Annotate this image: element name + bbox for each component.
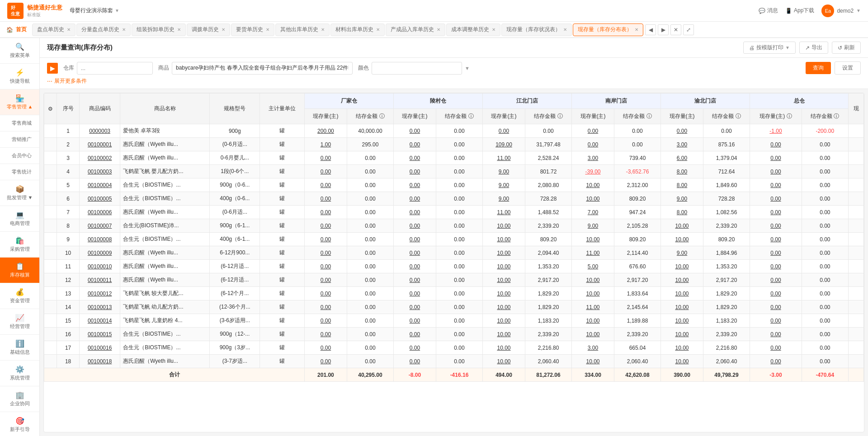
- col-factory-qty[interactable]: 0.00: [305, 246, 347, 260]
- col-yubeimen-qty[interactable]: 6.00: [661, 151, 703, 165]
- col-total-qty[interactable]: 0.00: [750, 355, 802, 368]
- col-nanbin-qty[interactable]: 9.00: [572, 219, 614, 233]
- col-yubeimen-qty[interactable]: 0.00: [661, 124, 703, 138]
- close-tab-other-out[interactable]: ✕: [321, 27, 325, 32]
- col-code[interactable]: 00100015: [80, 328, 120, 341]
- col-nanbin-qty[interactable]: 11.00: [572, 246, 614, 260]
- col-yubeimen-qty[interactable]: 10.00: [661, 233, 703, 246]
- col-factory-qty[interactable]: 0.00: [305, 165, 347, 178]
- tab-assemble-dismantle[interactable]: 组装拆卸单历史 ✕: [132, 23, 186, 36]
- col-code[interactable]: 00100013: [80, 300, 120, 314]
- col-total-qty[interactable]: 0.00: [750, 300, 802, 314]
- col-factory-qty[interactable]: 0.00: [305, 328, 347, 341]
- tab-stock-dist[interactable]: 现存量（库存分布表） ✕: [573, 23, 643, 36]
- tab-next-btn[interactable]: ▶: [658, 24, 669, 35]
- col-yubeimen-qty[interactable]: 10.00: [661, 219, 703, 233]
- col-total-qty[interactable]: -1.00: [750, 124, 802, 138]
- close-tab-split-inventory[interactable]: ✕: [122, 27, 126, 32]
- col-ling-qty[interactable]: 0.00: [394, 219, 436, 233]
- tab-close-all-btn[interactable]: ✕: [670, 24, 681, 35]
- filter-collapse-btn[interactable]: ▶: [47, 63, 58, 74]
- col-nanbin-qty[interactable]: 10.00: [572, 355, 614, 368]
- col-code[interactable]: 00100001: [80, 138, 120, 151]
- sidebar-item-member[interactable]: 会员中心: [0, 148, 39, 164]
- col-total-qty[interactable]: 0.00: [750, 138, 802, 151]
- settings-btn[interactable]: 设置: [835, 61, 861, 75]
- sidebar-item-inventory[interactable]: 📋 库存核算: [0, 258, 39, 283]
- col-nanbin-qty[interactable]: 7.00: [572, 206, 614, 219]
- col-code[interactable]: 00100002: [80, 151, 120, 165]
- col-nanbin-qty[interactable]: 11.00: [572, 300, 614, 314]
- col-jiangbei-qty[interactable]: 9.00: [483, 178, 525, 192]
- col-factory-qty[interactable]: 1.00: [305, 138, 347, 151]
- col-factory-qty[interactable]: 0.00: [305, 219, 347, 233]
- col-nanbin-qty[interactable]: 5.00: [572, 260, 614, 273]
- col-ling-qty[interactable]: 0.00: [394, 233, 436, 246]
- col-nanbin-qty[interactable]: 10.00: [572, 314, 614, 328]
- col-jiangbei-qty[interactable]: 10.00: [483, 246, 525, 260]
- user-menu[interactable]: Ea demo2 ▼: [821, 5, 861, 17]
- goods-input[interactable]: [172, 62, 353, 75]
- sidebar-item-guide[interactable]: 🎯 新手引导: [0, 412, 39, 436]
- sidebar-item-quick-nav[interactable]: ⚡ 快捷导航: [0, 64, 39, 89]
- query-btn[interactable]: 查询: [806, 62, 831, 74]
- tab-purchase-order[interactable]: 要货单历史 ✕: [231, 23, 274, 36]
- col-ling-qty[interactable]: 0.00: [394, 124, 436, 138]
- col-total-qty[interactable]: 0.00: [750, 246, 802, 260]
- col-factory-qty[interactable]: 200.00: [305, 124, 347, 138]
- col-total-qty[interactable]: 0.00: [750, 328, 802, 341]
- col-yubeimen-qty[interactable]: 8.00: [661, 165, 703, 178]
- col-yubeimen-qty[interactable]: 10.00: [661, 260, 703, 273]
- tab-split-inventory[interactable]: 分量盘点单历史 ✕: [76, 23, 131, 36]
- tab-expand-btn[interactable]: ⤢: [683, 24, 694, 35]
- col-total-qty[interactable]: 0.00: [750, 233, 802, 246]
- close-tab-material-out[interactable]: ✕: [376, 27, 380, 32]
- sidebar-item-ecommerce[interactable]: 💻 电商管理: [0, 206, 39, 232]
- col-jiangbei-qty[interactable]: 10.00: [483, 314, 525, 328]
- col-jiangbei-qty[interactable]: 109.00: [483, 138, 525, 151]
- col-code[interactable]: 00100005: [80, 192, 120, 206]
- col-code[interactable]: 00100016: [80, 341, 120, 355]
- sidebar-item-operation[interactable]: 📈 经营管理: [0, 309, 39, 335]
- col-total-qty[interactable]: 0.00: [750, 287, 802, 300]
- col-jiangbei-qty[interactable]: 10.00: [483, 355, 525, 368]
- col-settings-header[interactable]: ⚙: [44, 94, 57, 124]
- close-tab-stock-status[interactable]: ✕: [563, 27, 567, 32]
- sidebar-item-retail-mgmt[interactable]: 🏪 零售管理 ▲: [0, 89, 39, 115]
- col-total-qty[interactable]: 0.00: [750, 178, 802, 192]
- col-ling-qty[interactable]: 0.00: [394, 178, 436, 192]
- col-ling-qty[interactable]: 0.00: [394, 300, 436, 314]
- col-ling-qty[interactable]: 0.00: [394, 341, 436, 355]
- col-yubeimen-qty[interactable]: 9.00: [661, 192, 703, 206]
- tab-transfer[interactable]: 调拨单历史 ✕: [187, 23, 230, 36]
- col-nanbin-qty[interactable]: 0.00: [572, 138, 614, 151]
- col-nanbin-qty[interactable]: 3.00: [572, 341, 614, 355]
- col-yubeimen-qty[interactable]: 10.00: [661, 355, 703, 368]
- col-factory-qty[interactable]: 0.00: [305, 355, 347, 368]
- col-factory-qty[interactable]: 0.00: [305, 314, 347, 328]
- sidebar-item-purchase[interactable]: 🛍️ 采购管理: [0, 232, 39, 258]
- col-ling-qty[interactable]: 0.00: [394, 273, 436, 287]
- col-jiangbei-qty[interactable]: 9.00: [483, 165, 525, 178]
- col-code[interactable]: 00100010: [80, 260, 120, 273]
- col-total-qty[interactable]: 0.00: [750, 192, 802, 206]
- col-ling-qty[interactable]: 0.00: [394, 138, 436, 151]
- col-total-qty[interactable]: 0.00: [750, 219, 802, 233]
- col-ling-qty[interactable]: 0.00: [394, 328, 436, 341]
- col-nanbin-qty[interactable]: 0.00: [572, 124, 614, 138]
- col-total-qty[interactable]: 0.00: [750, 151, 802, 165]
- col-code[interactable]: 00100008: [80, 233, 120, 246]
- col-yubeimen-qty[interactable]: 10.00: [661, 341, 703, 355]
- col-yubeimen-qty[interactable]: 10.00: [661, 300, 703, 314]
- sidebar-item-wholesale[interactable]: 📦 批发管理 ▼: [0, 180, 39, 206]
- close-tab-transfer[interactable]: ✕: [222, 27, 225, 32]
- col-factory-qty[interactable]: 0.00: [305, 192, 347, 206]
- refresh-btn[interactable]: ↺ 刷新: [832, 42, 861, 54]
- col-jiangbei-qty[interactable]: 10.00: [483, 273, 525, 287]
- col-factory-qty[interactable]: 0.00: [305, 287, 347, 300]
- col-nanbin-qty[interactable]: 10.00: [572, 287, 614, 300]
- col-ling-qty[interactable]: 0.00: [394, 192, 436, 206]
- col-total-qty[interactable]: 0.00: [750, 314, 802, 328]
- col-total-qty[interactable]: 0.00: [750, 260, 802, 273]
- col-jiangbei-qty[interactable]: 11.00: [483, 206, 525, 219]
